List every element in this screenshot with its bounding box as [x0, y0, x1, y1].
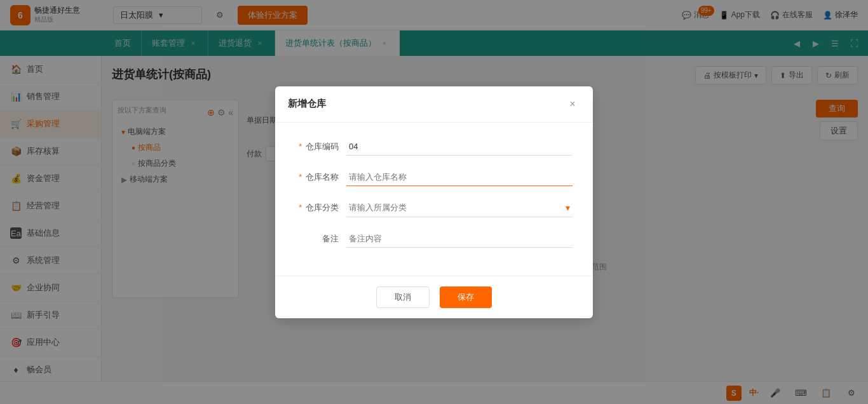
warehouse-category-select[interactable]: ▾ [346, 199, 573, 217]
warehouse-remark-label: 备注 [295, 233, 346, 245]
save-button[interactable]: 保存 [440, 286, 492, 308]
modal-title: 新增仓库 [288, 98, 326, 110]
select-arrow-icon: ▾ [566, 203, 570, 213]
modal-close-button[interactable]: × [565, 97, 580, 112]
warehouse-code-input[interactable] [346, 138, 573, 156]
warehouse-code-field: * 仓库编码 [295, 138, 573, 156]
modal-new-warehouse: 新增仓库 × * 仓库编码 * 仓库名称 [275, 86, 593, 318]
modal-overlay[interactable]: 新增仓库 × * 仓库编码 * 仓库名称 [0, 0, 868, 404]
modal-footer: 取消 保存 [275, 276, 593, 318]
warehouse-category-field: * 仓库分类 ▾ [295, 199, 573, 217]
warehouse-category-input[interactable] [349, 203, 566, 212]
warehouse-code-label: * 仓库编码 [295, 141, 346, 152]
warehouse-name-label: * 仓库名称 [295, 172, 346, 183]
cancel-button[interactable]: 取消 [376, 286, 430, 308]
modal-body: * 仓库编码 * 仓库名称 * 仓库分类 [275, 123, 593, 276]
warehouse-name-field: * 仓库名称 [295, 168, 573, 186]
warehouse-remark-field: 备注 [295, 230, 573, 248]
warehouse-name-input[interactable] [346, 168, 573, 186]
modal-header: 新增仓库 × [275, 86, 593, 123]
warehouse-category-label: * 仓库分类 [295, 202, 346, 213]
warehouse-remark-input[interactable] [346, 230, 573, 248]
